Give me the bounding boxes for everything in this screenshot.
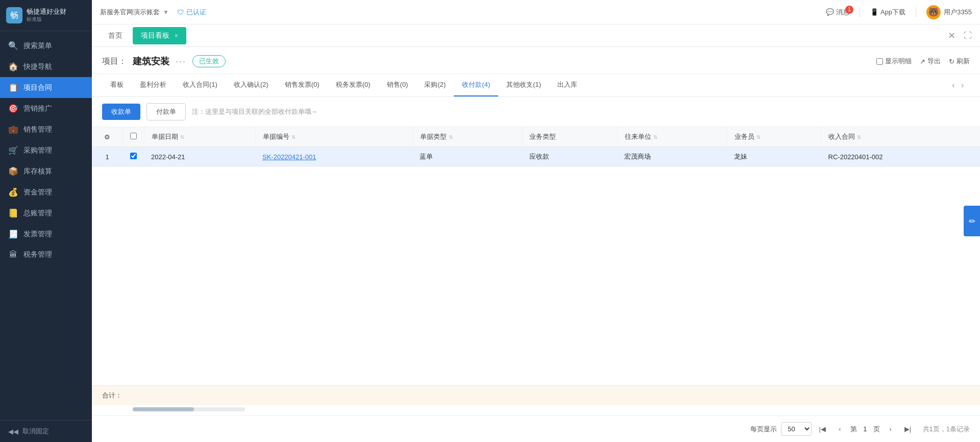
payment-tab-button[interactable]: 付款单	[146, 103, 186, 120]
tab-home[interactable]: 首页	[100, 27, 131, 44]
show-detail-input[interactable]	[876, 58, 883, 65]
col-contract: 收入合同⇅	[821, 127, 980, 147]
nav-label-0: 搜索菜单	[23, 41, 52, 51]
sub-tab-1[interactable]: 盈利分析	[132, 74, 175, 96]
export-label: 导出	[927, 57, 941, 66]
sub-tab-6[interactable]: 销售(0)	[379, 74, 416, 96]
sub-tab-5[interactable]: 税务发票(0)	[328, 74, 379, 96]
show-detail-checkbox[interactable]: 显示明细	[876, 57, 912, 66]
col-date: 单据日期⇅	[144, 127, 255, 147]
sub-tabs-next-icon[interactable]: ›	[959, 79, 966, 92]
table-header-row: ⚙ 单据日期⇅ 单据编号⇅ 单据类型⇅ 业务类型 往来单位⇅ 业务员⇅ 收入合同…	[92, 127, 980, 147]
sort-partner-icon[interactable]: ⇅	[653, 134, 657, 140]
app-download-button[interactable]: 📱 App下载	[870, 8, 905, 17]
topbar-cert: 🛡 已认证	[177, 8, 206, 17]
topbar: 新服务官网演示账套 ▼ 🛡 已认证 💬 消息 1 📱 App下载 🐻 用户335…	[92, 0, 980, 24]
project-name: 建筑安装	[133, 55, 169, 67]
sidebar-item-9[interactable]: 🧾发票管理	[0, 224, 92, 244]
window-close-button[interactable]: ✕	[948, 31, 955, 40]
sub-tab-3[interactable]: 收入确认(2)	[226, 74, 277, 96]
project-header: 项目： 建筑安装 ··· 已生效 显示明细 ↗ 导出 ↻ 刷新	[92, 47, 980, 74]
col-checkbox	[122, 127, 144, 147]
nav-icon-0: 🔍	[8, 41, 18, 51]
float-action-button[interactable]: ✏	[964, 206, 980, 236]
code-link-0[interactable]: SK-20220421-001	[262, 153, 316, 161]
nav-label-6: 库存核算	[23, 167, 52, 176]
sidebar-item-1[interactable]: 🏠快捷导航	[0, 56, 92, 77]
sidebar-item-2[interactable]: 📋项目合同	[0, 77, 92, 98]
scrollbar-track[interactable]	[133, 407, 245, 411]
sub-tabs-nav: ‹ ›	[946, 74, 970, 96]
sidebar-item-6[interactable]: 📦库存核算	[0, 161, 92, 182]
sub-tab-9[interactable]: 其他收支(1)	[498, 74, 549, 96]
nav-label-4: 销售管理	[23, 125, 52, 134]
messages-button[interactable]: 💬 消息 1	[826, 8, 849, 17]
nav-icon-2: 📋	[8, 83, 18, 92]
sub-tab-4[interactable]: 销售发票(0)	[277, 74, 328, 96]
page-last-btn[interactable]: ▶|	[901, 423, 915, 436]
refresh-button[interactable]: ↻ 刷新	[949, 57, 970, 66]
sidebar-item-7[interactable]: 💰资金管理	[0, 182, 92, 203]
project-status-badge: 已生效	[192, 55, 226, 67]
user-label: 用户3355	[944, 8, 972, 17]
sub-tabs-prev-icon[interactable]: ‹	[950, 79, 957, 92]
receipt-tab-button[interactable]: 收款单	[102, 104, 140, 120]
sidebar-item-8[interactable]: 📒总账管理	[0, 203, 92, 224]
col-num: ⚙	[92, 127, 122, 147]
sort-date-icon[interactable]: ⇅	[180, 134, 184, 140]
project-more-button[interactable]: ···	[176, 56, 186, 67]
sub-tab-8[interactable]: 收付款(4)	[454, 74, 498, 96]
page-text-label: 第	[850, 425, 857, 434]
sidebar-item-0[interactable]: 🔍搜索菜单	[0, 35, 92, 56]
messages-badge: 1	[845, 6, 853, 14]
col-biz-type-label: 业务类型	[529, 133, 556, 140]
cell-checkbox-0[interactable]	[122, 147, 144, 167]
settings-icon[interactable]: ⚙	[104, 133, 110, 141]
table-row[interactable]: 1 2022-04-21 SK-20220421-001 蓝单 应收款 宏茂商场…	[92, 147, 980, 167]
tab-project-board[interactable]: 项目看板 ×	[133, 27, 186, 44]
topbar-dropdown-icon[interactable]: ▼	[163, 9, 169, 16]
sub-tab-7[interactable]: 采购(2)	[416, 74, 454, 96]
window-maximize-button[interactable]: ⛶	[964, 31, 972, 40]
sort-type-icon[interactable]: ⇅	[449, 134, 453, 140]
main-area: 新服务官网演示账套 ▼ 🛡 已认证 💬 消息 1 📱 App下载 🐻 用户335…	[92, 0, 980, 442]
sidebar-item-5[interactable]: 🛒采购管理	[0, 140, 92, 161]
nav-label-9: 发票管理	[23, 230, 52, 239]
sidebar-nav: 🔍搜索菜单🏠快捷导航📋项目合同🎯营销推广💼销售管理🛒采购管理📦库存核算💰资金管理…	[0, 31, 92, 420]
nav-label-5: 采购管理	[23, 146, 52, 155]
select-all-checkbox[interactable]	[130, 133, 137, 139]
per-page-label: 每页显示	[750, 425, 777, 434]
user-menu-button[interactable]: 🐻 用户3355	[926, 5, 972, 19]
col-code: 单据编号⇅	[255, 127, 412, 147]
tab-close-icon[interactable]: ×	[175, 32, 178, 39]
col-date-label: 单据日期	[152, 132, 178, 141]
page-first-btn[interactable]: |◀	[816, 423, 829, 436]
page-prev-btn[interactable]: ‹	[833, 423, 846, 436]
sort-code-icon[interactable]: ⇅	[291, 134, 296, 140]
sub-tab-2[interactable]: 收入合同(1)	[175, 74, 226, 96]
scrollbar-thumb[interactable]	[133, 407, 194, 411]
col-partner-label: 往来单位	[625, 132, 651, 141]
sidebar-item-3[interactable]: 🎯营销推广	[0, 98, 92, 119]
topbar-project[interactable]: 新服务官网演示账套 ▼	[100, 8, 169, 17]
tabs-bar: 首页 项目看板 × ✕ ⛶	[92, 24, 980, 47]
page-next-btn[interactable]: ›	[884, 423, 897, 436]
sort-salesperson-icon[interactable]: ⇅	[756, 134, 761, 140]
sidebar-item-4[interactable]: 💼销售管理	[0, 119, 92, 140]
sidebar-item-10[interactable]: 🏛税务管理	[0, 244, 92, 265]
tab-project-board-label: 项目看板	[141, 31, 169, 39]
export-button[interactable]: ↗ 导出	[920, 57, 941, 66]
sort-contract-icon[interactable]: ⇅	[857, 134, 861, 140]
mobile-icon: 📱	[870, 8, 878, 16]
avatar: 🐻	[926, 5, 941, 19]
sub-tab-0[interactable]: 看板	[102, 74, 132, 96]
per-page-select[interactable]: 50 100 200	[781, 422, 812, 436]
nav-icon-4: 💼	[8, 125, 18, 134]
sidebar-header: 畅 畅捷通好业财 标准版	[0, 0, 92, 31]
sub-tab-10[interactable]: 出入库	[549, 74, 585, 96]
cell-code-0[interactable]: SK-20220421-001	[255, 147, 412, 167]
row-checkbox-0[interactable]	[130, 153, 137, 159]
topbar-divider-1	[860, 7, 860, 17]
sidebar-footer[interactable]: ◀◀ 取消固定	[0, 420, 92, 442]
cert-label: 已认证	[186, 8, 206, 17]
